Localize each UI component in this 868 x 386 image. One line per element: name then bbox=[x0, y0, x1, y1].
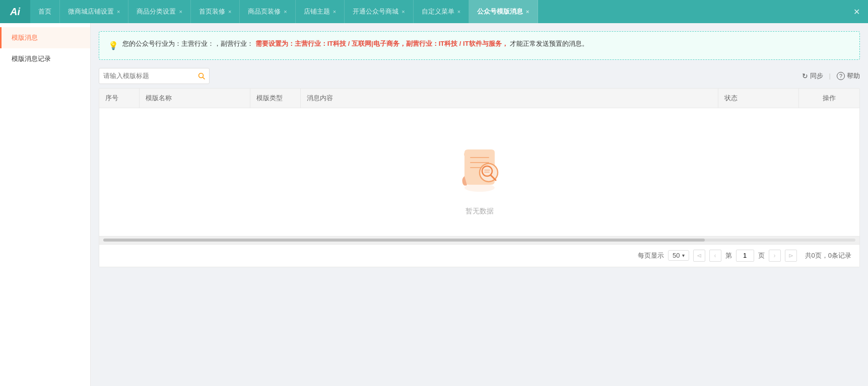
notice-icon: 💡 bbox=[108, 39, 118, 52]
notice-box: 💡 您的公众号行业为：主营行业：，副营行业： 需要设置为：主营行业：IT科技 /… bbox=[99, 31, 860, 60]
page-prefix-label: 第 bbox=[725, 251, 732, 260]
search-icon bbox=[198, 72, 205, 80]
tab-product-category-label: 商品分类设置 bbox=[137, 7, 176, 16]
sync-label: 同步 bbox=[810, 71, 823, 81]
search-input[interactable] bbox=[103, 72, 198, 80]
search-button[interactable] bbox=[198, 72, 205, 80]
notice-text: 您的公众号行业为：主营行业：，副营行业： 需要设置为：主营行业：IT科技 / 互… bbox=[122, 39, 850, 49]
pagination-last-button[interactable]: ⊳ bbox=[785, 250, 797, 262]
main-layout: 模版消息 模版消息记录 💡 您的公众号行业为：主营行业：，副营行业： 需要设置为… bbox=[0, 23, 868, 386]
scroll-thumb[interactable] bbox=[103, 239, 705, 242]
per-page-select[interactable]: 50 ▾ bbox=[668, 250, 689, 261]
svg-point-2 bbox=[464, 184, 495, 192]
toolbar-right: ↻ 同步 | ? 帮助 bbox=[802, 71, 860, 81]
th-status: 状态 bbox=[718, 89, 799, 108]
tab-product-decor[interactable]: 商品页装修 × bbox=[240, 0, 295, 23]
pagination-next-button[interactable]: › bbox=[769, 250, 781, 262]
per-page-chevron-icon: ▾ bbox=[682, 253, 685, 258]
tab-open-wechat-shop[interactable]: 开通公众号商城 × bbox=[345, 0, 413, 23]
th-content: 消息内容 bbox=[301, 89, 718, 108]
tab-shop-theme-label: 店铺主题 bbox=[304, 7, 330, 16]
close-tab-shop-theme[interactable]: × bbox=[333, 9, 336, 15]
th-seq: 序号 bbox=[99, 89, 140, 108]
scroll-track[interactable] bbox=[103, 239, 855, 242]
tab-weshop-setting[interactable]: 微商城店铺设置 × bbox=[60, 0, 128, 23]
sidebar-item-template-msg-log[interactable]: 模版消息记录 bbox=[0, 48, 90, 69]
search-box[interactable] bbox=[99, 68, 210, 84]
tab-custom-menu-label: 自定义菜单 bbox=[422, 7, 454, 16]
toolbar-divider: | bbox=[829, 72, 831, 80]
th-action: 操作 bbox=[799, 89, 859, 108]
per-page-value: 50 bbox=[673, 252, 680, 259]
sync-button[interactable]: ↻ 同步 bbox=[802, 71, 823, 81]
th-name: 模版名称 bbox=[140, 89, 250, 108]
tab-homepage-decor[interactable]: 首页装修 × bbox=[191, 0, 240, 23]
notice-prefix: 您的公众号行业为：主营行业：，副营行业： bbox=[122, 40, 253, 47]
pagination-total: 共0页，0条记录 bbox=[805, 251, 851, 260]
tab-bar: Ai 首页 微商城店铺设置 × 商品分类设置 × 首页装修 × 商品页装修 × … bbox=[0, 0, 868, 23]
pagination-prev-button[interactable]: ‹ bbox=[709, 250, 721, 262]
close-tab-weshop-setting[interactable]: × bbox=[117, 9, 120, 15]
tab-custom-menu[interactable]: 自定义菜单 × bbox=[414, 0, 469, 23]
app-logo: Ai bbox=[0, 0, 30, 23]
th-type: 模版类型 bbox=[250, 89, 301, 108]
close-tab-open-wechat-shop[interactable]: × bbox=[402, 9, 405, 15]
tab-open-wechat-shop-label: 开通公众号商城 bbox=[353, 7, 398, 16]
help-label: 帮助 bbox=[847, 71, 860, 81]
sidebar-item-template-msg-log-label: 模版消息记录 bbox=[12, 55, 51, 62]
tab-home-label: 首页 bbox=[38, 7, 51, 16]
table-container: 序号 模版名称 模版类型 消息内容 状态 操作 bbox=[99, 88, 860, 267]
pagination: 每页显示 50 ▾ ⊲ ‹ 第 页 › ⊳ 共0页，0条记录 bbox=[99, 244, 859, 267]
notice-suffix: 才能正常发送预置的消息。 bbox=[510, 40, 588, 47]
per-page-label: 每页显示 bbox=[638, 251, 664, 260]
close-tab-custom-menu[interactable]: × bbox=[457, 9, 460, 15]
sidebar-item-template-msg-label: 模版消息 bbox=[12, 34, 38, 41]
close-tab-template-msg[interactable]: × bbox=[526, 9, 529, 15]
tab-home[interactable]: 首页 bbox=[30, 0, 60, 23]
close-tab-product-decor[interactable]: × bbox=[284, 9, 287, 15]
tab-product-decor-label: 商品页装修 bbox=[248, 7, 281, 16]
close-tab-product-category[interactable]: × bbox=[179, 9, 182, 15]
pagination-first-button[interactable]: ⊲ bbox=[693, 250, 705, 262]
tab-template-msg[interactable]: 公众号模版消息 × bbox=[469, 0, 538, 23]
svg-line-1 bbox=[203, 77, 205, 79]
close-tab-homepage-decor[interactable]: × bbox=[228, 9, 231, 15]
empty-text: 暂无数据 bbox=[465, 207, 494, 216]
page-number-input[interactable] bbox=[736, 250, 754, 262]
empty-state: 暂无数据 bbox=[99, 108, 859, 236]
help-icon: ? bbox=[837, 72, 845, 80]
tab-product-category[interactable]: 商品分类设置 × bbox=[128, 0, 190, 23]
empty-illustration bbox=[449, 138, 510, 199]
tab-weshop-setting-label: 微商城店铺设置 bbox=[68, 7, 114, 16]
tab-template-msg-label: 公众号模版消息 bbox=[477, 7, 523, 16]
page-unit-label: 页 bbox=[758, 251, 765, 260]
sync-icon: ↻ bbox=[802, 72, 808, 80]
toolbar: ↻ 同步 | ? 帮助 bbox=[99, 68, 860, 84]
notice-highlight: 需要设置为：主营行业：IT科技 / 互联网|电子商务，副营行业：IT科技 / I… bbox=[255, 40, 508, 47]
tab-homepage-decor-label: 首页装修 bbox=[199, 7, 225, 16]
sidebar-item-template-msg[interactable]: 模版消息 bbox=[0, 27, 90, 48]
content-area: 💡 您的公众号行业为：主营行业：，副营行业： 需要设置为：主营行业：IT科技 /… bbox=[91, 23, 868, 386]
tab-shop-theme[interactable]: 店铺主题 × bbox=[296, 0, 345, 23]
table-header: 序号 模版名称 模版类型 消息内容 状态 操作 bbox=[99, 89, 859, 108]
horizontal-scrollbar[interactable] bbox=[99, 236, 859, 244]
sidebar: 模版消息 模版消息记录 bbox=[0, 23, 91, 386]
help-button[interactable]: ? 帮助 bbox=[837, 71, 860, 81]
close-all-tabs[interactable]: ✕ bbox=[845, 0, 868, 23]
